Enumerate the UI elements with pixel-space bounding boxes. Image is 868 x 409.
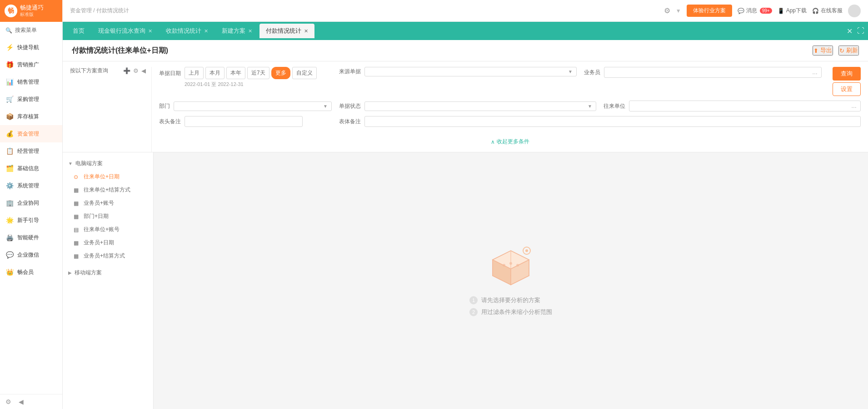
svg-point-5 (503, 264, 505, 267)
step-2-text: 用过滤条件来缩小分析范围 (481, 308, 552, 316)
scheme-partner-account[interactable]: ▤ 往来单位+账号 (63, 223, 153, 236)
sidebar-search[interactable]: 🔍 搜索菜单 (0, 22, 62, 39)
doc-status-arrow-icon: ▼ (588, 104, 592, 109)
scheme-partner-date[interactable]: ⊙ 往来单位+日期 (63, 170, 153, 183)
footer-setting-btn[interactable]: ⚙ (5, 398, 11, 405)
sidebar-item-quick-nav[interactable]: ⚡ 快捷导航 (0, 39, 62, 56)
search-icon: 🔍 (5, 27, 12, 34)
dept-select[interactable]: ▼ (174, 101, 332, 111)
scheme-salesman-date[interactable]: ▦ 业务员+日期 (63, 236, 153, 249)
online-service-btn[interactable]: 🎧 在线客服 (812, 7, 843, 15)
content-area: 付款情况统计(往来单位+日期) ⬆ 导出 ↻ 刷新 按以下方案查询 (63, 40, 868, 409)
scheme-dept-date[interactable]: ▦ 部门+日期 (63, 210, 153, 223)
section-mobile[interactable]: ▶ 移动端方案 (63, 266, 153, 279)
tab-home[interactable]: 首页 (66, 24, 91, 38)
scheme-label: 业务员+结算方式 (84, 252, 125, 260)
tab-payment-stats[interactable]: 付款情况统计 ✕ (259, 24, 314, 38)
header-remark-input[interactable] (185, 116, 303, 127)
tab-payment-close[interactable]: ✕ (304, 28, 308, 34)
svg-point-9 (525, 249, 528, 252)
scheme-salesman-account[interactable]: ▦ 业务员+账号 (63, 197, 153, 210)
date-btn-last-7days[interactable]: 近7天 (247, 67, 269, 79)
date-btn-last-month[interactable]: 上月 (185, 67, 204, 79)
footer-collapse-btn[interactable]: ◀ (19, 398, 24, 405)
purchase-icon: 🛒 (5, 95, 14, 103)
date-btn-this-month[interactable]: 本月 (205, 67, 224, 79)
set-btn[interactable]: 设置 (833, 82, 861, 96)
date-btn-more[interactable]: 更多 (271, 67, 290, 79)
tab-new-plan[interactable]: 新建方案 ✕ (215, 24, 259, 38)
tabs-expand-btn[interactable]: ⛶ (857, 27, 864, 35)
sidebar-item-label: 智能硬件 (17, 234, 39, 242)
collapse-row: ∧ 收起更多条件 (159, 131, 861, 152)
header-remark-group: 表头备注 (159, 116, 332, 127)
source-select[interactable]: ▼ (364, 67, 577, 76)
sidebar-footer: ⚙ ◀ (0, 394, 62, 409)
refresh-btn[interactable]: ↻ 刷新 (838, 45, 859, 56)
user-avatar[interactable] (848, 5, 861, 17)
sidebar-item-label: 快捷导航 (17, 44, 39, 51)
doc-status-select[interactable]: ▼ (364, 101, 596, 111)
sidebar-item-member[interactable]: 👑 畅会员 (0, 263, 62, 281)
date-controls: 上月 本月 本年 近7天 更多 自定义 2022-01-01 至 2022-12… (185, 67, 317, 88)
tabs-close-btn[interactable]: ✕ (847, 27, 853, 35)
sidebar-item-marketing[interactable]: 🎁 营销推广 (0, 56, 62, 73)
headset-icon: 🎧 (812, 8, 819, 14)
sidebar-item-wechat[interactable]: 💬 企业微信 (0, 246, 62, 263)
sidebar-item-purchase[interactable]: 🛒 采购管理 (0, 91, 62, 108)
sidebar-brand: 畅捷通巧 标准版 (20, 4, 44, 18)
date-btn-this-year[interactable]: 本年 (226, 67, 245, 79)
step-1-num: 1 (469, 296, 478, 304)
query-btn[interactable]: 查询 (833, 67, 861, 81)
section-mobile-label: 移动端方案 (75, 269, 102, 277)
sidebar-item-enterprise[interactable]: 🏢 企业协同 (0, 194, 62, 212)
scheme-salesman-settle[interactable]: ▦ 业务员+结算方式 (63, 249, 153, 263)
dept-filter-group: 部门 ▼ (159, 101, 332, 111)
sidebar-item-operation[interactable]: 📋 经营管理 (0, 142, 62, 160)
sidebar-item-basic[interactable]: 🗂️ 基础信息 (0, 160, 62, 177)
panel-collapse-btn[interactable]: ◀ (141, 67, 146, 74)
sidebar-item-system[interactable]: ⚙️ 系统管理 (0, 177, 62, 194)
try-industry-btn[interactable]: 体验行业方案 (687, 5, 732, 17)
message-badge: 99+ (760, 8, 772, 14)
panel-add-btn[interactable]: ➕ (123, 67, 130, 74)
message-btn[interactable]: 💬 消息 99+ (738, 7, 772, 15)
tab-receipt-close[interactable]: ✕ (204, 28, 208, 34)
collapse-btn[interactable]: ∧ 收起更多条件 (159, 134, 861, 149)
tab-receipt-stats[interactable]: 收款情况统计 ✕ (160, 24, 215, 38)
scheme-partner-settle[interactable]: ▦ 往来单位+结算方式 (63, 183, 153, 197)
partner-dot-icon[interactable]: … (851, 103, 857, 109)
tab-home-label: 首页 (73, 27, 85, 35)
scheme-label: 往来单位+账号 (84, 226, 120, 233)
body-remark-group: 表体备注 (339, 116, 861, 127)
panel-setting-btn[interactable]: ⚙ (133, 67, 139, 74)
date-btn-group: 上月 本月 本年 近7天 更多 自定义 (185, 67, 317, 79)
salesman-dot-icon[interactable]: … (812, 69, 818, 76)
salesman-select[interactable]: … (604, 67, 822, 78)
tab-new-plan-close[interactable]: ✕ (248, 28, 252, 34)
sidebar-item-label: 畅会员 (17, 268, 34, 276)
section-desktop[interactable]: ▼ 电脑端方案 (63, 157, 153, 170)
app-download-btn[interactable]: 📱 App下载 (778, 7, 807, 15)
section-desktop-label: 电脑端方案 (75, 160, 103, 167)
tab-receipt-label: 收款情况统计 (166, 27, 201, 35)
setting-icon[interactable]: ⚙ (664, 6, 670, 15)
empty-step-2: 2 用过滤条件来缩小分析范围 (469, 308, 552, 316)
main-area: 资金管理 / 付款情况统计 ⚙ ▼ 体验行业方案 💬 消息 99+ 📱 App下… (63, 0, 868, 409)
tab-cash-flow[interactable]: 现金银行流水查询 ✕ (92, 24, 159, 38)
empty-state: 1 请先选择要分析的方案 2 用过滤条件来缩小分析范围 (469, 242, 552, 320)
export-btn[interactable]: ⬆ 导出 (813, 45, 833, 56)
topbar-dropdown-arrow[interactable]: ▼ (676, 8, 681, 14)
sidebar-item-inventory[interactable]: 📦 库存核算 (0, 108, 62, 125)
sidebar-item-sales[interactable]: 📊 销售管理 (0, 73, 62, 91)
date-btn-custom[interactable]: 自定义 (292, 67, 317, 79)
breadcrumb: 资金管理 / 付款情况统计 (70, 7, 658, 15)
sidebar-item-hardware[interactable]: 🖨️ 智能硬件 (0, 229, 62, 246)
scheme-icon: ▦ (74, 213, 81, 220)
body-remark-input[interactable] (364, 116, 861, 127)
sidebar-item-guide[interactable]: 🌟 新手引导 (0, 212, 62, 229)
partner-select[interactable]: … (629, 101, 861, 111)
tab-cash-flow-close[interactable]: ✕ (148, 28, 152, 34)
search-label: 搜索菜单 (15, 26, 37, 34)
sidebar-item-capital[interactable]: 💰 资金管理 (0, 125, 62, 142)
